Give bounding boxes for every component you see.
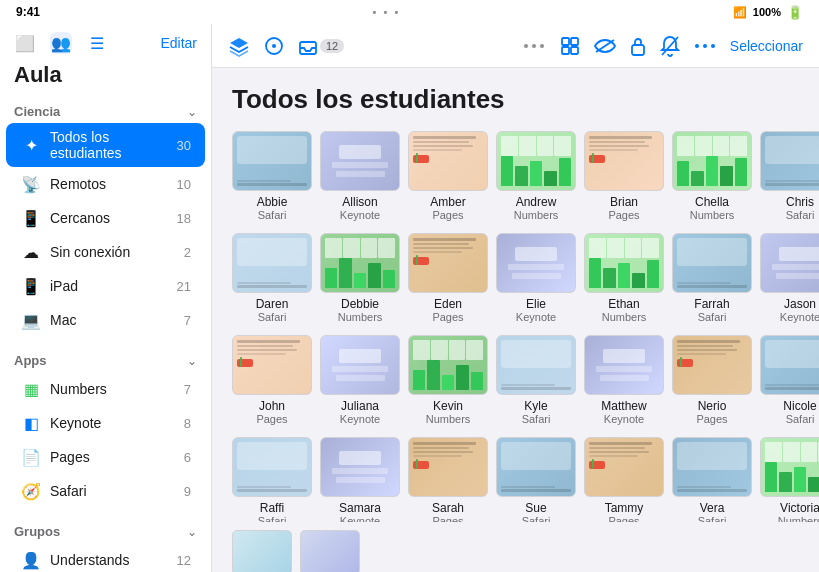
section-grupos-label: Grupos [14, 524, 60, 539]
student-app: Safari [522, 515, 551, 522]
student-name: Nicole [783, 399, 816, 413]
student-card[interactable]: Daren Safari [232, 233, 312, 323]
sinconexion-icon: ☁ [20, 241, 42, 263]
student-card[interactable]: Victoria Numbers [760, 437, 819, 522]
select-button[interactable]: Seleccionar [730, 38, 803, 54]
student-name: Chella [695, 195, 729, 209]
student-card[interactable]: Elie Keynote [496, 233, 576, 323]
student-card[interactable]: Jason Keynote [760, 233, 819, 323]
student-card[interactable]: Vera Safari [672, 437, 752, 522]
compass-icon[interactable] [264, 36, 284, 56]
student-name: Kyle [524, 399, 547, 413]
student-card[interactable]: Chella Numbers [672, 131, 752, 221]
lock-icon[interactable] [630, 36, 646, 56]
sidebar-item-ipad[interactable]: 📱 iPad 21 [6, 269, 205, 303]
understands-label: Understands [50, 552, 177, 568]
sidebar-item-pages[interactable]: 📄 Pages 6 [6, 440, 205, 474]
sidebar-item-todos[interactable]: ✦ Todos los estudiantes 30 [6, 123, 205, 167]
student-card[interactable]: John Pages [232, 335, 312, 425]
student-app: Numbers [338, 311, 383, 323]
student-thumbnail [496, 131, 576, 191]
safari-app-icon: 🧭 [20, 480, 42, 502]
sidebar-menu-icon[interactable]: ☰ [86, 32, 108, 54]
student-app: Safari [258, 209, 287, 221]
content-title: Todos los estudiantes [232, 84, 799, 115]
student-card[interactable]: Farrah Safari [672, 233, 752, 323]
student-card[interactable]: Sue Safari [496, 437, 576, 522]
sidebar-item-cercanos[interactable]: 📱 Cercanos 18 [6, 201, 205, 235]
student-name: Daren [256, 297, 289, 311]
student-card[interactable]: Kyle Safari [496, 335, 576, 425]
student-app: Numbers [778, 515, 819, 522]
todos-label: Todos los estudiantes [50, 129, 177, 161]
svg-rect-6 [571, 47, 578, 54]
sidebar-item-numbers[interactable]: ▦ Numbers 7 [6, 372, 205, 406]
student-thumbnail [408, 335, 488, 395]
sidebar-item-sinconexion[interactable]: ☁ Sin conexión 2 [6, 235, 205, 269]
student-card[interactable]: Brian Pages [584, 131, 664, 221]
student-card[interactable]: Amber Pages [408, 131, 488, 221]
understands-count: 12 [177, 553, 191, 568]
app-body: ⬜ 👥 ☰ Editar Aula Ciencia ⌄ ✦ Todos los … [0, 24, 819, 572]
wifi-icon: 📶 [733, 6, 747, 19]
student-card[interactable]: Chris Safari [760, 131, 819, 221]
bell-slash-icon[interactable] [660, 35, 680, 57]
sidebar-item-mac[interactable]: 💻 Mac 7 [6, 303, 205, 337]
student-card[interactable]: Nicole Safari [760, 335, 819, 425]
student-name: Abbie [257, 195, 288, 209]
student-name: Farrah [694, 297, 729, 311]
eye-slash-icon[interactable] [594, 38, 616, 54]
sidebar-item-keynote[interactable]: ◧ Keynote 8 [6, 406, 205, 440]
student-thumbnail [672, 131, 752, 191]
numbers-count: 7 [184, 382, 191, 397]
student-thumbnail [408, 437, 488, 497]
student-app: Safari [522, 413, 551, 425]
sidebar-people-icon[interactable]: 👥 [50, 32, 72, 54]
sidebar-item-remotos[interactable]: 📡 Remotos 10 [6, 167, 205, 201]
section-ciencia-header[interactable]: Ciencia ⌄ [0, 96, 211, 123]
student-card[interactable]: Raffi Safari [232, 437, 312, 522]
student-app: Pages [696, 413, 727, 425]
student-name: Samara [339, 501, 381, 515]
svg-point-10 [695, 44, 699, 48]
sidebar-header: ⬜ 👥 ☰ Editar [0, 24, 211, 58]
ipad-icon: 📱 [20, 275, 42, 297]
student-thumbnail [496, 335, 576, 395]
section-grupos-header[interactable]: Grupos ⌄ [0, 516, 211, 543]
student-app: Safari [698, 515, 727, 522]
status-bar: 9:41 • • • 📶 100% 🔋 [0, 0, 819, 24]
student-name: John [259, 399, 285, 413]
student-card[interactable]: Debbie Numbers [320, 233, 400, 323]
student-name: Victoria [780, 501, 819, 515]
student-card[interactable]: Ethan Numbers [584, 233, 664, 323]
sidebar-panel-icon[interactable]: ⬜ [14, 32, 36, 54]
student-card[interactable]: Samara Keynote [320, 437, 400, 522]
sidebar-item-understands[interactable]: 👤 Understands 12 [6, 543, 205, 572]
svg-rect-8 [632, 45, 644, 55]
student-card[interactable]: Tammy Pages [584, 437, 664, 522]
student-card[interactable]: Juliana Keynote [320, 335, 400, 425]
grid-icon[interactable] [560, 36, 580, 56]
section-apps-header[interactable]: Apps ⌄ [0, 345, 211, 372]
student-app: Safari [698, 311, 727, 323]
svg-rect-5 [562, 47, 569, 54]
student-card[interactable]: Allison Keynote [320, 131, 400, 221]
inbox-icon[interactable]: 12 [298, 36, 344, 56]
ellipsis-icon[interactable] [694, 42, 716, 50]
student-card[interactable]: Sarah Pages [408, 437, 488, 522]
student-card[interactable]: Matthew Keynote [584, 335, 664, 425]
student-card[interactable]: Eden Pages [408, 233, 488, 323]
numbers-app-icon: ▦ [20, 378, 42, 400]
student-thumbnail [760, 233, 819, 293]
student-card[interactable]: Kevin Numbers [408, 335, 488, 425]
student-thumbnail [232, 131, 312, 191]
student-card[interactable]: Nerio Pages [672, 335, 752, 425]
student-card[interactable]: Abbie Safari [232, 131, 312, 221]
safari-label: Safari [50, 483, 184, 499]
layers-icon[interactable] [228, 35, 250, 57]
todos-icon: ✦ [20, 134, 42, 156]
student-card[interactable]: Andrew Numbers [496, 131, 576, 221]
sidebar-edit-button[interactable]: Editar [160, 35, 197, 51]
remotos-icon: 📡 [20, 173, 42, 195]
sidebar-item-safari[interactable]: 🧭 Safari 9 [6, 474, 205, 508]
